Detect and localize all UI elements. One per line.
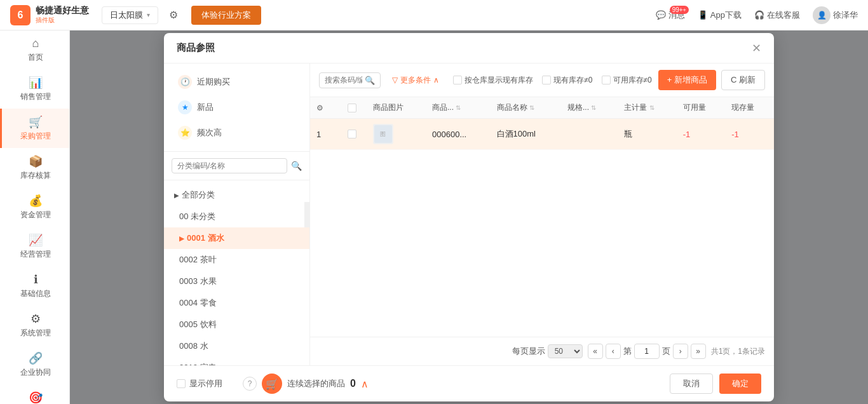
footer-left: 显示停用 bbox=[177, 378, 222, 389]
th-spec[interactable]: 规格... ⇅ bbox=[561, 97, 618, 119]
sidebar-item-cooperation[interactable]: 🔗 企业协同 bbox=[0, 345, 69, 384]
quick-recent-purchase[interactable]: 🕐 近期购买 bbox=[172, 71, 302, 93]
category-00[interactable]: 00 未分类 bbox=[164, 206, 309, 227]
show-disabled-checkbox[interactable]: 显示停用 bbox=[177, 378, 222, 389]
td-spec bbox=[561, 119, 618, 150]
sidebar-item-sales[interactable]: 📊 销售管理 bbox=[0, 69, 69, 109]
filter-label: 更多条件 bbox=[400, 75, 431, 86]
settings-icon[interactable]: ⚙ bbox=[163, 5, 184, 25]
first-page-button[interactable]: « bbox=[588, 344, 603, 359]
quick-access-panel: 🕐 近期购买 ★ 新品 ⭐ 频次高 bbox=[164, 64, 309, 152]
sidebar-item-operations[interactable]: 📈 经营管理 bbox=[0, 227, 69, 266]
prev-page-button[interactable]: ‹ bbox=[606, 344, 621, 359]
sidebar-item-home[interactable]: ⌂ 首页 bbox=[0, 30, 69, 69]
sidebar-item-inventory[interactable]: 📦 库存核算 bbox=[0, 148, 69, 187]
quick-new-products[interactable]: ★ 新品 bbox=[172, 97, 302, 118]
modal-overlay: 商品参照 ✕ 🕐 近期购买 ★ bbox=[70, 30, 868, 404]
th-unit[interactable]: 主计量 ⇅ bbox=[618, 97, 676, 119]
sales-icon: 📊 bbox=[29, 76, 43, 90]
table-body: 1 图 000600... 白酒100ml bbox=[310, 119, 774, 150]
main-layout: ⌂ 首页 📊 销售管理 🛒 采购管理 📦 库存核算 💰 资金管理 📈 经营管理 … bbox=[0, 30, 868, 404]
sidebar-label-inventory: 库存核算 bbox=[20, 170, 51, 181]
td-available: -1 bbox=[677, 119, 726, 150]
th-checkbox[interactable] bbox=[337, 97, 367, 119]
td-code: 000600... bbox=[426, 119, 491, 150]
checkbox-available-stock[interactable]: 现有库存≠0 bbox=[542, 75, 592, 86]
footer-middle: ? 🛒 连续选择的商品 0 ∧ bbox=[243, 374, 369, 394]
modal-close-button[interactable]: ✕ bbox=[752, 43, 761, 54]
phone-icon: 📱 bbox=[698, 10, 708, 20]
page-navigation: « ‹ 第 页 › » bbox=[588, 344, 706, 359]
total-info: 共1页，1条记录 bbox=[711, 346, 765, 357]
store-name: 日太阳膜 bbox=[110, 10, 143, 21]
purchase-icon: 🛒 bbox=[29, 115, 43, 129]
panel-collapse-button[interactable]: 《 bbox=[304, 202, 310, 227]
sidebar-item-purchase[interactable]: 🛒 采购管理 bbox=[0, 109, 69, 148]
refresh-button[interactable]: C 刷新 bbox=[721, 70, 765, 90]
sidebar-label-cooperation: 企业协同 bbox=[20, 367, 51, 378]
last-page-button[interactable]: » bbox=[691, 344, 706, 359]
store-selector[interactable]: 日太阳膜 ▾ bbox=[102, 6, 158, 24]
th-gear[interactable]: ⚙ bbox=[310, 97, 337, 119]
table-row[interactable]: 1 图 000600... 白酒100ml bbox=[310, 119, 774, 150]
headset-icon: 🎧 bbox=[754, 10, 764, 20]
warehouse-stock-checkbox[interactable] bbox=[453, 76, 462, 84]
th-available: 可用量 bbox=[677, 97, 726, 119]
category-0008[interactable]: 0008 水 bbox=[164, 335, 309, 357]
next-page-button[interactable]: › bbox=[673, 344, 688, 359]
add-product-button[interactable]: + 新增商品 bbox=[658, 70, 716, 90]
th-code[interactable]: 商品... ⇅ bbox=[426, 97, 491, 119]
recent-purchase-icon: 🕐 bbox=[178, 75, 192, 89]
category-0003[interactable]: 0003 水果 bbox=[164, 271, 309, 292]
category-0002[interactable]: 0002 茶叶 bbox=[164, 249, 309, 271]
app-download-item[interactable]: 📱 App下载 bbox=[698, 10, 742, 21]
usable-stock-checkbox[interactable] bbox=[602, 76, 611, 84]
confirm-button[interactable]: 确定 bbox=[719, 374, 761, 394]
pagination: 每页显示 50 10 20 100 « ‹ bbox=[310, 337, 774, 365]
td-name: 白酒100ml bbox=[491, 119, 561, 150]
category-0010[interactable]: 0010 家电 bbox=[164, 357, 309, 365]
category-0005[interactable]: 0005 饮料 bbox=[164, 314, 309, 335]
available-stock-checkbox[interactable] bbox=[542, 76, 551, 84]
checkbox-warehouse-stock[interactable]: 按仓库显示现有库存 bbox=[453, 75, 533, 86]
footer-collapse-button[interactable]: ∧ bbox=[361, 378, 369, 390]
sidebar-item-basic[interactable]: ℹ 基础信息 bbox=[0, 266, 69, 306]
category-search-input[interactable] bbox=[172, 158, 287, 173]
table: ⚙ 商品图片 商品... ⇅ 商品名称 ⇅ 规格... ⇅ 主计量 ⇅ 可用量 bbox=[310, 97, 774, 150]
category-0001[interactable]: ▶ 0001 酒水 bbox=[164, 227, 309, 249]
help-icon[interactable]: ? bbox=[243, 377, 257, 391]
message-icon: 💬 bbox=[656, 10, 666, 20]
checkbox-usable-stock[interactable]: 可用库存≠0 bbox=[602, 75, 652, 86]
product-search-input[interactable] bbox=[325, 76, 362, 84]
page-size-select[interactable]: 50 10 20 100 bbox=[548, 344, 583, 358]
quick-frequent[interactable]: ⭐ 频次高 bbox=[172, 122, 302, 144]
trial-button[interactable]: 体验行业方案 bbox=[191, 6, 261, 25]
cooperation-icon: 🔗 bbox=[29, 351, 43, 365]
cat-0002-label: 0002 茶叶 bbox=[179, 254, 217, 266]
app-download-label: App下载 bbox=[710, 10, 742, 21]
product-search-box: 🔍 bbox=[319, 72, 381, 88]
category-search-area: 🔍 bbox=[164, 152, 309, 180]
sidebar-item-guide[interactable]: 🎯 新手引导 bbox=[0, 384, 69, 404]
page-number-input[interactable] bbox=[634, 344, 660, 359]
td-checkbox[interactable] bbox=[337, 119, 367, 150]
product-search-icon[interactable]: 🔍 bbox=[365, 76, 375, 85]
disabled-checkbox[interactable] bbox=[177, 379, 186, 388]
cancel-button[interactable]: 取消 bbox=[670, 374, 713, 394]
cart-button[interactable]: 🛒 bbox=[262, 374, 282, 394]
category-all[interactable]: ▶ 全部分类 bbox=[164, 184, 309, 206]
sidebar-item-finance[interactable]: 💰 资金管理 bbox=[0, 187, 69, 227]
sidebar-item-system[interactable]: ⚙ 系统管理 bbox=[0, 306, 69, 345]
category-search-icon[interactable]: 🔍 bbox=[291, 161, 302, 171]
online-service-item[interactable]: 🎧 在线客服 bbox=[754, 10, 800, 21]
top-nav: 6 畅捷通好生意 插件版 日太阳膜 ▾ ⚙ 体验行业方案 💬 消息 99++ 📱… bbox=[0, 0, 868, 30]
modal-body: 🕐 近期购买 ★ 新品 ⭐ 频次高 bbox=[164, 64, 774, 365]
th-name[interactable]: 商品名称 ⇅ bbox=[491, 97, 561, 119]
system-icon: ⚙ bbox=[31, 312, 41, 326]
more-filter-button[interactable]: ▽ 更多条件 ∧ bbox=[387, 72, 444, 88]
category-0004[interactable]: 0004 零食 bbox=[164, 292, 309, 314]
messages-item[interactable]: 💬 消息 99++ bbox=[656, 10, 685, 21]
right-panel: 🔍 ▽ 更多条件 ∧ 按仓库显示现有库存 bbox=[310, 64, 774, 365]
user-item[interactable]: 👤 徐泽华 bbox=[813, 6, 858, 24]
logo-sub: 插件版 bbox=[36, 16, 89, 25]
